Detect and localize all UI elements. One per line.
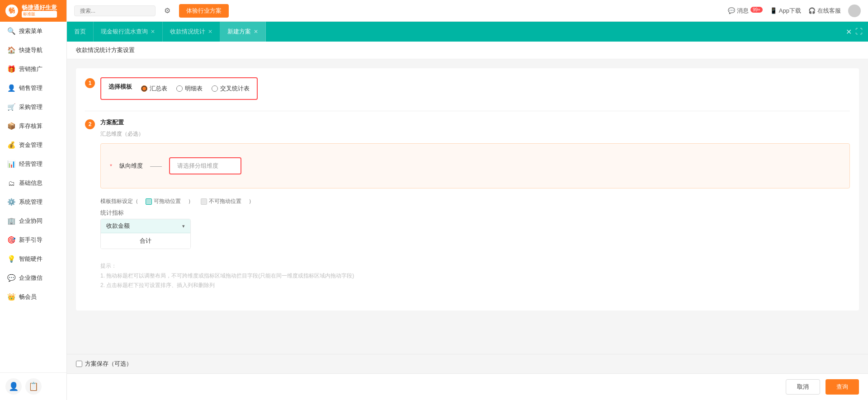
sidebar-item-label: 企业微信 xyxy=(19,274,42,282)
tab-home[interactable]: 首页 xyxy=(67,22,94,42)
radio-summary[interactable]: 汇总表 xyxy=(141,85,167,93)
sidebar-item-sales[interactable]: 👤 销售管理 xyxy=(0,79,66,98)
crown-icon: 👑 xyxy=(7,293,15,301)
fixed-icon xyxy=(201,198,207,205)
sidebar-item-inventory[interactable]: 📦 库存核算 xyxy=(0,117,66,136)
chat-icon: 💬 xyxy=(7,274,15,282)
sidebar-item-label: 基础信息 xyxy=(19,179,42,187)
sidebar-item-quick-nav[interactable]: 🏠 快捷导航 xyxy=(0,41,66,60)
app-download-item[interactable]: 📱 App下载 xyxy=(770,7,801,15)
movable-icon xyxy=(146,198,152,205)
save-checkbox[interactable] xyxy=(76,361,82,367)
topbar: 搜索... ▾ ⚙ 体验行业方案 💬 消息 99+ 📱 App下载 🎧 在线客服 xyxy=(67,0,868,22)
indicator-header[interactable]: 收款金额 ▾ xyxy=(101,219,190,233)
step2-number: 2 xyxy=(85,119,95,129)
notification-badge: 99+ xyxy=(750,7,763,13)
sidebar-item-basic[interactable]: 🗂 基础信息 xyxy=(0,174,66,193)
tips-section: 提示： 1. 拖动标题栏可以调整布局，不可跨维度或指标区域拖动拦目字段(只能在同… xyxy=(100,261,850,291)
logo-badge: 标准版 xyxy=(22,11,57,18)
tip1: 1. 拖动标题栏可以调整布局，不可跨维度或指标区域拖动拦目字段(只能在同一维度或… xyxy=(100,271,850,281)
sidebar-item-label: 快捷导航 xyxy=(19,46,42,54)
logo-icon: 畅 xyxy=(5,5,18,17)
trial-button[interactable]: 体验行业方案 xyxy=(179,4,229,18)
cancel-button[interactable]: 取消 xyxy=(786,379,820,395)
tab-bank-close[interactable]: ✕ xyxy=(151,28,155,35)
radio-detail-label: 明细表 xyxy=(185,85,203,93)
sidebar-logo: 畅 畅捷通好生意 标准版 xyxy=(0,0,66,22)
fixed-legend: 不可拖动位置 xyxy=(201,198,241,205)
tab-collection-stat[interactable]: 收款情况统计 ✕ xyxy=(163,22,220,42)
settings-icon[interactable]: ⚙ xyxy=(161,5,174,17)
indicator-cell: 合计 xyxy=(101,233,190,249)
gear-icon: ⚙️ xyxy=(7,198,15,206)
step2-section: 2 方案配置 汇总维度（必选） * 纵向维度 —— xyxy=(85,118,850,291)
stat-indicator-section: 统计指标 收款金额 ▾ 合计 xyxy=(100,209,191,250)
logo-text: 畅捷通好生意 xyxy=(22,4,57,11)
sidebar-item-purchase[interactable]: 🛒 采购管理 xyxy=(0,98,66,117)
sidebar-item-wechat[interactable]: 💬 企业微信 xyxy=(0,268,66,287)
indicator-legend: 模板指标设定（ 可拖动位置 ） 不可拖动位置 ） xyxy=(100,198,850,205)
radio-summary-input[interactable] xyxy=(141,85,147,92)
radio-detail[interactable]: 明细表 xyxy=(176,85,203,93)
sidebar-item-guide[interactable]: 🎯 新手引导 xyxy=(0,231,66,249)
sidebar-item-label: 库存核算 xyxy=(19,122,42,130)
breadcrumb: 收款情况统计方案设置 xyxy=(76,47,135,53)
bracket-close: ） xyxy=(249,198,254,205)
step1-label: 选择模板 xyxy=(108,83,132,91)
sidebar-item-label: 智能硬件 xyxy=(19,255,42,263)
template-selection-box: 选择模板 汇总表 明细表 xyxy=(100,77,258,100)
sidebar: 畅 畅捷通好生意 标准版 🔍 搜索菜单 🏠 快捷导航 🎁 营销推广 👤 销售管理… xyxy=(0,0,67,400)
query-button[interactable]: 查询 xyxy=(826,379,859,395)
dimension-select-placeholder: 请选择分组维度 xyxy=(177,162,218,169)
sidebar-item-label: 营销推广 xyxy=(19,65,42,73)
indicator-header-text: 收款金额 xyxy=(106,222,130,230)
page-body: 1 选择模板 汇总表 明细表 xyxy=(67,59,868,354)
radio-cross-input[interactable] xyxy=(212,85,218,92)
chevron-down-icon[interactable]: ▾ xyxy=(182,223,185,229)
sidebar-item-system[interactable]: ⚙️ 系统管理 xyxy=(0,193,66,212)
tab-collection-close[interactable]: ✕ xyxy=(208,28,212,35)
user-avatar[interactable] xyxy=(848,5,861,17)
notification-item[interactable]: 💬 消息 99+ xyxy=(728,7,763,15)
radio-detail-input[interactable] xyxy=(176,85,183,92)
main-area: 搜索... ▾ ⚙ 体验行业方案 💬 消息 99+ 📱 App下载 🎧 在线客服… xyxy=(67,0,868,400)
sidebar-item-marketing[interactable]: 🎁 营销推广 xyxy=(0,60,66,79)
indicator-table-area: 统计指标 收款金额 ▾ 合计 xyxy=(100,209,850,250)
required-marker: * xyxy=(110,163,112,169)
sidebar-item-hardware[interactable]: 💡 智能硬件 xyxy=(0,249,66,268)
dimension-section-title: 汇总维度（必选） xyxy=(100,130,850,138)
radio-cross-label: 交叉统计表 xyxy=(220,85,250,93)
sidebar-item-member[interactable]: 👑 畅会员 xyxy=(0,287,66,306)
notification-icon: 💬 xyxy=(728,7,735,14)
target-icon: 🎯 xyxy=(7,236,15,244)
indicator-table: 收款金额 ▾ 合计 xyxy=(100,219,191,249)
step1-section: 1 选择模板 汇总表 明细表 xyxy=(85,77,850,100)
search-input[interactable] xyxy=(74,5,156,16)
search-nav-icon: 🔍 xyxy=(7,27,15,35)
sidebar-nav: 🔍 搜索菜单 🏠 快捷导航 🎁 营销推广 👤 销售管理 🛒 采购管理 📦 库存核… xyxy=(0,22,66,372)
close-all-icon[interactable]: ✕ xyxy=(846,28,852,36)
sidebar-item-operations[interactable]: 📊 经营管理 xyxy=(0,155,66,174)
tab-bank[interactable]: 现金银行流水查询 ✕ xyxy=(94,22,163,42)
online-service-item[interactable]: 🎧 在线客服 xyxy=(808,7,841,15)
sidebar-item-search[interactable]: 🔍 搜索菜单 xyxy=(0,22,66,41)
tab-new-plan-close[interactable]: ✕ xyxy=(254,28,258,35)
sidebar-item-finance[interactable]: 💰 资金管理 xyxy=(0,136,66,155)
expand-icon[interactable]: ⛶ xyxy=(855,28,863,36)
box-icon: 📦 xyxy=(7,122,15,130)
dimension-title-text: 汇总维度（必选） xyxy=(100,131,144,137)
topbar-right: 💬 消息 99+ 📱 App下载 🎧 在线客服 xyxy=(728,5,861,17)
fixed-label: 不可拖动位置 xyxy=(209,198,241,205)
radio-cross[interactable]: 交叉统计表 xyxy=(212,85,250,93)
tab-new-plan[interactable]: 新建方案 ✕ xyxy=(220,22,266,42)
sidebar-item-label: 系统管理 xyxy=(19,198,42,206)
movable-label: 可拖动位置 xyxy=(154,198,181,205)
sidebar-item-label: 畅会员 xyxy=(19,293,37,301)
sidebar-item-label: 资金管理 xyxy=(19,141,42,149)
sidebar-item-enterprise[interactable]: 🏢 企业协同 xyxy=(0,212,66,231)
sidebar-bottom-btn-1[interactable]: 👤 xyxy=(5,378,22,395)
tabbar-actions: ✕ ⛶ xyxy=(840,22,868,42)
save-option[interactable]: 方案保存（可选） xyxy=(76,360,859,368)
dimension-select[interactable]: 请选择分组维度 xyxy=(169,157,241,174)
sidebar-bottom-btn-2[interactable]: 📋 xyxy=(25,378,42,395)
